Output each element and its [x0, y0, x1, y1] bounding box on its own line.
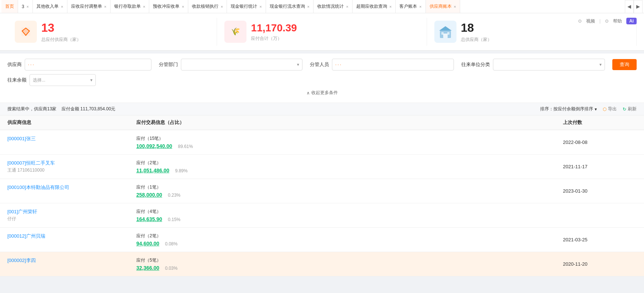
close-icon[interactable]: × [307, 4, 309, 9]
refresh-area[interactable]: ↻ 刷新 [623, 106, 637, 112]
table-header: 供应商信息 应付交易信息（占比） 上次付数 [0, 116, 644, 130]
export-icon: ⬡ [603, 107, 606, 112]
nav-tab-ap-adjust[interactable]: 应收应付调整单 × [67, 0, 111, 13]
trans-percent-000007: 9.89% [175, 168, 188, 173]
supplier-link-000100[interactable]: [000100]本特勤油品有限公司 [7, 185, 69, 190]
nav-tab-cash-bank-flow-label: 现金银行流水查询 [270, 3, 305, 10]
stat-icon-store [434, 21, 456, 43]
supplier-input[interactable]: ··· [25, 59, 151, 70]
query-button[interactable]: 查询 [612, 59, 637, 70]
nav-tab-bank-deposit[interactable]: 银行存取款单 × [111, 0, 149, 13]
nav-tab-cash-bank-stat[interactable]: 现金银行统计 × [227, 0, 266, 13]
filter-person: 分管人员 ··· [310, 59, 454, 70]
close-icon[interactable]: × [389, 4, 392, 9]
table-row[interactable]: [001]广州荣轩 仔仔 应付（4笔） 164,635.90 0.15% [0, 203, 644, 228]
nav-tab-customer-account[interactable]: 客户账本 × [396, 0, 426, 13]
supplier-sub-001: 仔仔 [7, 216, 136, 222]
collapse-label: 收起更多条件 [311, 90, 338, 96]
trans-label-000007: 应付（2笔） [136, 160, 563, 166]
trans-row-000001: 100,092,540.00 89.61% [136, 143, 563, 149]
table-row[interactable]: [000001]张三 应付（15笔） 100,092,540.00 89.61%… [0, 130, 644, 155]
close-icon[interactable]: × [454, 4, 456, 9]
trans-amount-000001[interactable]: 100,092,540.00 [136, 143, 172, 149]
sort-select[interactable]: 排序：按应付余额倒序排序 ▾ [540, 106, 597, 112]
supplier-link-000001[interactable]: [000001]张三 [7, 136, 36, 141]
lastpay-000001: 2022-08-08 [563, 135, 637, 149]
nav-tab-supplier-account-label: 供应商账本 [430, 3, 452, 10]
main-table: 供应商信息 应付交易信息（占比） 上次付数 [000001]张三 应付（15笔）… [0, 116, 644, 276]
supplier-sub-000007: 王通 17106110000 [7, 167, 136, 173]
result-summary: 搜索结果中，供应商13家 应付金额 111,703,854.00元 [7, 106, 115, 112]
trans-label-000002: 应付（5笔） [136, 257, 563, 263]
ai-badge[interactable]: Ai [626, 18, 637, 24]
trans-amount-000002[interactable]: 32,366.00 [136, 265, 159, 271]
trans-amount-001[interactable]: 164,635.90 [136, 216, 162, 222]
close-icon[interactable]: × [346, 4, 348, 9]
close-icon[interactable]: × [104, 4, 106, 9]
nav-tab-collect-verify-label: 收款核销执行 [192, 3, 218, 10]
close-icon[interactable]: × [259, 4, 262, 9]
close-icon[interactable]: × [182, 4, 184, 9]
lastpay-000007: 2021-11-17 [563, 160, 637, 173]
balance-label: 往来余额 [7, 77, 27, 83]
stat-text-ap-suppliers: 13 总应付供应商（家） [41, 21, 81, 42]
ap-total-number: 11,170.39 [251, 22, 297, 34]
video-link[interactable]: 视频 [586, 18, 595, 24]
ap-total-label: 应付合计（万） [251, 35, 297, 42]
stat-text-total-suppliers: 18 总供应商（家） [461, 21, 492, 42]
nav-tab-supplier-account[interactable]: 供应商账本 × [426, 0, 460, 13]
nav-prev-button[interactable]: ◀ [625, 0, 634, 13]
trans-amount-000012[interactable]: 94,600.00 [136, 241, 159, 247]
trans-row-000100: 258,000.00 0.23% [136, 192, 563, 198]
nav-tab-3[interactable]: 3 × [18, 0, 33, 13]
refresh-icon: ↻ [623, 107, 626, 112]
balance-select[interactable]: 选择... ▾ [29, 74, 96, 86]
trans-amount-000100[interactable]: 258,000.00 [136, 192, 162, 198]
nav-tab-advance-collect-label: 预收冲应收单 [153, 3, 179, 10]
supplier-link-001[interactable]: [001]广州荣轩 [7, 209, 37, 214]
supplier-info-000001: [000001]张三 [7, 135, 136, 149]
total-suppliers-label: 总供应商（家） [461, 37, 492, 43]
filter-row-2: 往来余额 选择... ▾ [7, 74, 637, 86]
close-icon[interactable]: × [61, 4, 63, 9]
svg-rect-8 [443, 34, 448, 38]
close-icon[interactable]: × [221, 4, 223, 9]
supplier-placeholder: ··· [28, 62, 35, 67]
stat-text-ap-total: 11,170.39 应付合计（万） [251, 22, 297, 42]
category-select[interactable]: ▾ [493, 59, 605, 70]
col-header-lastpay: 上次付数 [563, 119, 637, 126]
person-input[interactable]: ··· [332, 59, 454, 70]
dept-select[interactable]: ▾ [181, 59, 303, 70]
close-icon[interactable]: × [419, 4, 421, 9]
supplier-link-000002[interactable]: [000002]李四 [7, 258, 36, 263]
nav-tab-overdue-collect[interactable]: 超期应收款查询 × [353, 0, 396, 13]
stats-help-area: ⊙ 视频 | ⊙ 帮助 Ai [578, 18, 637, 24]
filter-balance: 往来余额 选择... ▾ [7, 74, 637, 86]
nav-tab-collect-verify[interactable]: 收款核销执行 × [188, 0, 227, 13]
trans-percent-001: 0.15% [168, 217, 181, 222]
transaction-info-000001: 应付（15笔） 100,092,540.00 89.61% [136, 135, 563, 149]
collapse-button[interactable]: ∧ 收起更多条件 [307, 90, 338, 96]
svg-text:🌾: 🌾 [231, 27, 240, 36]
nav-tab-cash-bank-flow[interactable]: 现金银行流水查询 × [266, 0, 314, 13]
nav-tab-advance-collect[interactable]: 预收冲应收单 × [149, 0, 188, 13]
supplier-link-000007[interactable]: [000007]恒旺二手叉车 [7, 160, 55, 166]
trans-amount-000007[interactable]: 11,051,486.00 [136, 168, 169, 173]
table-row[interactable]: [000100]本特勤油品有限公司 应付（1笔） 258,000.00 0.23… [0, 179, 644, 203]
trans-row-001: 164,635.90 0.15% [136, 216, 563, 222]
export-area[interactable]: ⬡ 导出 [603, 106, 617, 112]
result-actions: 排序：按应付余额倒序排序 ▾ ⬡ 导出 ↻ 刷新 [540, 106, 637, 112]
table-row[interactable]: [000007]恒旺二手叉车 王通 17106110000 应付（2笔） 11,… [0, 155, 644, 179]
nav-tab-other-income[interactable]: 其他收入单 × [33, 0, 67, 13]
close-icon[interactable]: × [143, 4, 145, 9]
nav-next-button[interactable]: ▶ [634, 0, 643, 13]
trans-row-000007: 11,051,486.00 9.89% [136, 168, 563, 173]
table-row[interactable]: [000002]李四 应付（5笔） 32,366.00 0.03% 2020-1… [0, 252, 644, 276]
nav-tab-collect-stat[interactable]: 收款情况统计 × [314, 0, 352, 13]
supplier-link-000012[interactable]: [000012]广州贝瑞 [7, 233, 45, 239]
help-link[interactable]: 帮助 [613, 18, 622, 24]
table-row[interactable]: [000012]广州贝瑞 应付（2笔） 94,600.00 0.08% 2021… [0, 228, 644, 252]
close-icon[interactable]: × [27, 4, 29, 9]
nav-tab-home[interactable]: 首页 [1, 0, 18, 13]
lastpay-000100: 2023-01-30 [563, 184, 637, 198]
